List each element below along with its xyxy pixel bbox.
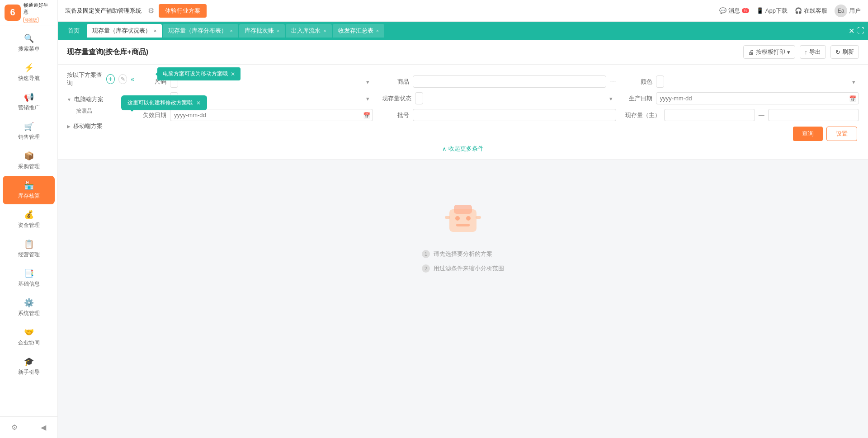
expand-mobile-icon: ▶	[67, 124, 71, 129]
page-actions: 🖨 按模板打印 ▾ ↑ 导出 ↻ 刷新	[743, 45, 859, 59]
purchase-icon: 📦	[24, 151, 34, 161]
export-icon: ↑	[805, 49, 808, 56]
logo-area: 6 畅通道好生意 标准版	[0, 0, 57, 25]
inventory-icon: 🏪	[24, 180, 34, 190]
empty-state: 1 请先选择要分析的方案 2 用过滤条件来缩小分析范围	[58, 160, 868, 311]
product-dots[interactable]: ···	[610, 78, 616, 86]
tab-close-inventory-batch[interactable]: ×	[277, 28, 279, 33]
sidebar-item-label: 资金管理	[18, 221, 40, 229]
avatar: Ea	[835, 5, 847, 17]
operation-icon: 📋	[24, 239, 34, 249]
batch-label: 批号	[382, 111, 409, 119]
headset-icon: 🎧	[795, 7, 802, 14]
tab-close-inventory-dist[interactable]: ×	[230, 28, 232, 33]
stock-main-input[interactable]	[664, 109, 755, 121]
sidebar-nav: 🔍搜索菜单⚡快速导航📢营销推广🛒销售管理📦采购管理🏪库存核算💰资金管理📋经营管理…	[0, 25, 57, 416]
filter-row-product: 商品 ···	[382, 75, 616, 88]
filter-area: 电脑方案可设为移动方案哦 ✕ 这里可以创建和修改方案哦 ✕ 按以下方案查询 + …	[58, 65, 868, 160]
tooltip-edit-text: 这里可以创建和修改方案哦	[127, 99, 193, 107]
filter-rows: 尺码 商品 ··· 颜色	[139, 75, 859, 121]
exp-date-start[interactable]	[170, 109, 373, 121]
tab-inventory-batch[interactable]: 库存批次账×	[239, 24, 285, 38]
sidebar-item-purchase[interactable]: 📦采购管理	[3, 146, 55, 175]
sidebar-item-marketing[interactable]: 📢营销推广	[3, 88, 55, 116]
reset-button[interactable]: 设置	[826, 127, 857, 141]
mfg-date-start[interactable]	[656, 92, 859, 104]
chevron-down-icon: ▾	[787, 49, 790, 56]
sidebar-item-system[interactable]: ⚙️系统管理	[3, 293, 55, 322]
settings-icon[interactable]: ⚙	[9, 421, 19, 433]
user-menu[interactable]: Ea 用户	[835, 5, 861, 17]
industry-plan-button[interactable]: 体验行业方案	[159, 4, 207, 18]
sidebar-item-inventory[interactable]: 🏪库存核算	[3, 176, 55, 204]
sidebar-item-basic[interactable]: 📑基础信息	[3, 264, 55, 292]
sidebar-item-quick-nav[interactable]: ⚡快速导航	[3, 58, 55, 87]
product-input[interactable]	[413, 75, 606, 88]
sidebar-item-finance[interactable]: 💰资金管理	[3, 205, 55, 234]
sidebar-item-enterprise[interactable]: 🤝企业协同	[3, 323, 55, 351]
range-dash: —	[759, 112, 764, 118]
color-select[interactable]	[656, 75, 664, 88]
filter-row-stock-status: 现存量状态	[382, 92, 616, 104]
online-support-button[interactable]: 🎧 在线客服	[795, 7, 827, 15]
close-all-tabs-icon[interactable]: ✕	[849, 27, 854, 35]
tab-inventory-status[interactable]: 现存量（库存状况表）×	[87, 24, 162, 38]
search-menu-icon: 🔍	[24, 33, 34, 43]
collapse-sidebar-icon[interactable]: ◀	[39, 421, 48, 433]
expand-icon: ▼	[67, 97, 71, 102]
sidebar-item-label: 采购管理	[18, 163, 40, 170]
refresh-button[interactable]: ↻ 刷新	[830, 45, 859, 59]
tooltip-pc-close[interactable]: ✕	[231, 71, 235, 77]
print-button[interactable]: 🖨 按模板打印 ▾	[743, 45, 795, 59]
tooltip-pc-text: 电脑方案可设为移动方案哦	[163, 70, 228, 78]
fullscreen-icon[interactable]: ⛶	[857, 27, 864, 35]
tooltip-pc-scheme: 电脑方案可设为移动方案哦 ✕	[157, 67, 241, 80]
tab-close-receive-summary[interactable]: ×	[376, 28, 379, 33]
tooltip-edit-content: 这里可以创建和修改方案哦 ✕	[121, 95, 207, 110]
logo-icon: 6	[5, 5, 21, 21]
exp-date-label: 失效日期	[139, 111, 166, 119]
add-scheme-button[interactable]: +	[106, 74, 115, 84]
search-button[interactable]: 查询	[793, 127, 823, 141]
tooltip-edit-scheme: 这里可以创建和修改方案哦 ✕	[121, 95, 207, 110]
edit-scheme-button[interactable]: ✎	[118, 74, 127, 84]
sidebar-item-label: 基础信息	[18, 280, 40, 288]
svg-point-3	[466, 216, 471, 221]
logo-text: 畅通道好生意 标准版	[24, 2, 53, 23]
sidebar-item-label: 营销推广	[18, 104, 40, 112]
sidebar-item-sales[interactable]: 🛒销售管理	[3, 117, 55, 146]
tab-home[interactable]: 首页	[61, 24, 86, 38]
stock-main-input-end[interactable]	[768, 109, 859, 121]
tab-close-inventory-status[interactable]: ×	[154, 28, 156, 33]
sidebar-item-operation[interactable]: 📋经营管理	[3, 235, 55, 263]
app-download-button[interactable]: 📱 App下载	[756, 7, 788, 15]
tab-inout-flow[interactable]: 出入库流水×	[286, 24, 331, 38]
tab-close-inout-flow[interactable]: ×	[323, 28, 326, 33]
tabbar: 首页现存量（库存状况表）×现存量（库存分布表）×库存批次账×出入库流水×收发存汇…	[58, 22, 868, 40]
tab-inventory-dist[interactable]: 现存量（库存分布表）×	[163, 24, 238, 38]
export-button[interactable]: ↑ 导出	[800, 45, 826, 59]
sidebar-item-guide[interactable]: 🎓新手引导	[3, 352, 55, 381]
batch-input[interactable]	[413, 109, 616, 121]
notification-button[interactable]: 💬 消息 6	[719, 7, 749, 15]
tooltip-edit-close[interactable]: ✕	[196, 100, 201, 106]
sidebar-item-label: 经营管理	[18, 251, 40, 259]
stock-status-select[interactable]	[415, 92, 423, 104]
finance-icon: 💰	[24, 210, 34, 220]
gear-icon[interactable]: ⚙	[148, 6, 154, 15]
exp-date-start-wrap	[170, 109, 373, 121]
hint-num-1: 1	[422, 250, 430, 258]
phone-icon: 📱	[756, 7, 764, 14]
filter-main-panel: 尺码 商品 ··· 颜色	[139, 71, 859, 141]
color-label: 颜色	[625, 78, 652, 86]
tab-receive-summary[interactable]: 收发存汇总表×	[333, 24, 384, 38]
filter-row-mfg-date: 生产日期	[625, 92, 859, 104]
tab-label: 出入库流水	[291, 27, 321, 35]
stock-main-label: 现存量（主）	[625, 111, 660, 119]
tab-label: 收发存汇总表	[338, 27, 373, 35]
scheme-group-mobile[interactable]: ▶ 移动端方案	[67, 120, 134, 132]
sidebar-item-search-menu[interactable]: 🔍搜索菜单	[3, 29, 55, 57]
arrow-left-icon[interactable]: «	[131, 75, 134, 83]
sidebar-item-label: 系统管理	[18, 310, 40, 317]
collapse-button[interactable]: ∧ 收起更多条件	[442, 145, 484, 153]
